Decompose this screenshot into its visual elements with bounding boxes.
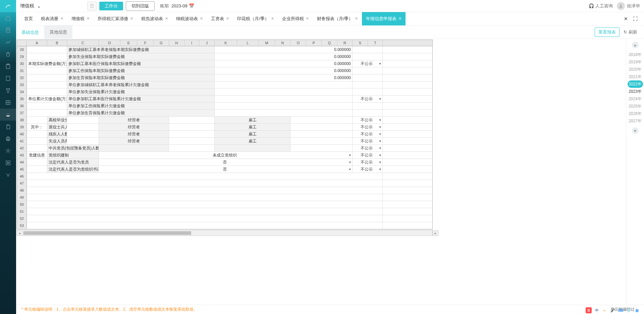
- cell[interactable]: 不公示: [353, 152, 383, 159]
- cell[interactable]: [353, 46, 383, 53]
- cell[interactable]: [27, 53, 67, 60]
- close-icon[interactable]: ✕: [226, 16, 229, 21]
- cell[interactable]: 法定代表人是否为党员: [47, 159, 99, 166]
- cell[interactable]: [215, 145, 290, 151]
- col-header[interactable]: T: [368, 40, 383, 46]
- ime-mic-icon[interactable]: 🎤: [610, 307, 616, 313]
- calendar-icon[interactable]: 📅: [189, 3, 194, 8]
- row-header[interactable]: 40: [17, 131, 27, 137]
- row-header[interactable]: 46: [17, 173, 27, 180]
- cell[interactable]: [169, 145, 215, 151]
- cell[interactable]: 不公示: [353, 124, 383, 130]
- cell[interactable]: [353, 110, 383, 116]
- cell[interactable]: 残疾人人数: [47, 131, 67, 137]
- row-header[interactable]: 30: [17, 60, 27, 67]
- close-icon[interactable]: ✕: [130, 16, 133, 21]
- row-header[interactable]: 42: [17, 145, 27, 151]
- cell[interactable]: [215, 96, 353, 102]
- cell[interactable]: [27, 110, 67, 116]
- cell[interactable]: [215, 110, 353, 116]
- col-header[interactable]: C: [67, 40, 99, 46]
- cell[interactable]: 不公示: [353, 166, 383, 173]
- cell[interactable]: [27, 159, 47, 166]
- cell[interactable]: 不公示: [353, 145, 383, 151]
- period-value[interactable]: 2023-09: [171, 3, 187, 8]
- row-header[interactable]: 51: [17, 208, 27, 215]
- tab-9[interactable]: 财务报表（月/季）✕: [313, 12, 362, 25]
- hscroll-left[interactable]: ◂: [17, 230, 22, 236]
- cell[interactable]: [27, 138, 47, 144]
- subtab-0[interactable]: 基础信息: [16, 25, 44, 39]
- nav-copy-icon[interactable]: [0, 121, 16, 133]
- cell[interactable]: [27, 74, 67, 81]
- cell[interactable]: [27, 215, 383, 222]
- tab-5[interactable]: 纳税波动表✕: [172, 12, 207, 25]
- cell[interactable]: 未成立党组织: [99, 152, 353, 159]
- row-header[interactable]: 49: [17, 194, 27, 201]
- cell[interactable]: 单位参加工伤保险累计欠缴金额: [67, 103, 215, 109]
- cell[interactable]: 雇工: [215, 124, 290, 130]
- cell[interactable]: [353, 53, 383, 60]
- cell[interactable]: [290, 138, 353, 144]
- cell[interactable]: 雇工: [215, 117, 290, 123]
- cell[interactable]: [67, 124, 99, 130]
- cell[interactable]: 单位参加生育保险累计欠缴金额: [67, 110, 215, 116]
- cell[interactable]: 不公示: [353, 96, 383, 102]
- year-option[interactable]: 2021年: [628, 73, 643, 80]
- row-header[interactable]: 35: [17, 96, 27, 102]
- cell[interactable]: [169, 131, 215, 137]
- cell[interactable]: [99, 145, 169, 151]
- row-header[interactable]: 34: [17, 88, 27, 95]
- ime-dot-icon[interactable]: •,: [602, 307, 608, 313]
- cell[interactable]: [27, 180, 383, 187]
- tab-0[interactable]: 首页: [20, 12, 37, 25]
- workbench-button[interactable]: 工作台: [99, 2, 123, 10]
- cell[interactable]: 经营者: [99, 117, 169, 123]
- nav-bowl-icon[interactable]: [0, 109, 16, 121]
- cell[interactable]: 单位累计欠缴金额(万元): [27, 96, 67, 102]
- row-header[interactable]: 44: [17, 159, 27, 166]
- subtab-1[interactable]: 其他信息: [44, 25, 72, 39]
- tab-8[interactable]: 企业所得税✕: [278, 12, 313, 25]
- cell[interactable]: 0.000000: [215, 46, 353, 53]
- cell[interactable]: 高校毕业生人数: [47, 117, 67, 123]
- year-option[interactable]: 2023年: [628, 88, 643, 95]
- cell[interactable]: [27, 88, 67, 95]
- year-option[interactable]: 2020年: [628, 66, 643, 73]
- year-panel-down[interactable]: ▼: [632, 127, 639, 134]
- consult-link[interactable]: 🎧 人工咨询: [589, 3, 613, 9]
- cell[interactable]: 参加城镇职工基本养老保险本期实际缴费金额: [67, 46, 215, 53]
- cell[interactable]: [27, 208, 383, 215]
- col-header[interactable]: E: [120, 40, 137, 46]
- tab-1[interactable]: 税表清册✕: [37, 12, 67, 25]
- col-header[interactable]: R: [337, 40, 353, 46]
- cell[interactable]: [67, 117, 99, 123]
- nav-gear-icon[interactable]: [0, 145, 16, 157]
- col-header[interactable]: P: [306, 40, 322, 46]
- expand-icon[interactable]: ⛶: [632, 15, 639, 22]
- cell[interactable]: 参加职工基本医疗保险本期实际缴费金额: [67, 60, 215, 67]
- cell[interactable]: 经营者: [99, 131, 169, 137]
- cell[interactable]: 0.000000: [215, 60, 353, 67]
- col-header[interactable]: A: [27, 40, 47, 46]
- cell[interactable]: [169, 124, 215, 130]
- row-header[interactable]: 31: [17, 67, 27, 74]
- col-header[interactable]: O: [290, 40, 306, 46]
- cell[interactable]: [169, 138, 215, 144]
- close-icon[interactable]: ✕: [355, 16, 358, 21]
- cell[interactable]: [27, 145, 47, 151]
- cell[interactable]: [169, 117, 215, 123]
- tab-3[interactable]: 所得税汇算清缴✕: [94, 12, 137, 25]
- row-header[interactable]: 53: [17, 222, 27, 229]
- cell[interactable]: 不公示: [353, 138, 383, 144]
- cell[interactable]: 0.000000: [215, 67, 353, 74]
- account-selector[interactable]: 增值税 ⌄: [20, 3, 87, 9]
- cell[interactable]: [27, 201, 383, 208]
- col-header[interactable]: J: [199, 40, 215, 46]
- col-header[interactable]: S: [353, 40, 368, 46]
- cell[interactable]: 中共党员(包括预备党员)人数: [47, 145, 99, 151]
- cell[interactable]: 单位参加失业保险累计欠缴金额: [67, 88, 215, 95]
- cell[interactable]: 其中：: [27, 124, 47, 130]
- row-header[interactable]: 43: [17, 152, 27, 159]
- col-header[interactable]: K: [215, 40, 237, 46]
